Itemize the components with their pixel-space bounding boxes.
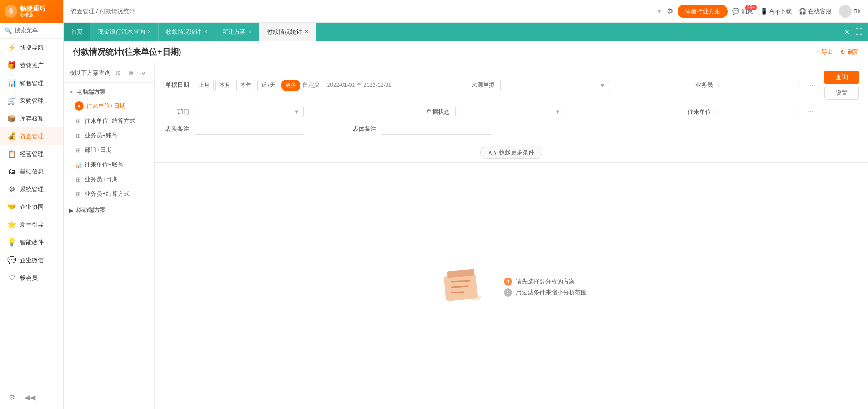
gear-icon[interactable]: ⚙ — [667, 7, 673, 15]
date-more-btn[interactable]: 更多 — [281, 80, 300, 91]
schema-staff-settle[interactable]: ⊞ 业务员+结算方式 — [64, 187, 154, 201]
date-label: 单据日期 — [164, 81, 189, 89]
collapse-left-btn[interactable]: « — [139, 68, 149, 78]
chevron-up-icon: ∧∧ — [488, 149, 497, 156]
tab-home[interactable]: 首页 — [64, 23, 90, 41]
sidebar-search[interactable]: 🔍 搜索菜单 — [0, 23, 63, 39]
page-content: 付款情况统计(往来单位+日期) ↑ 导出 ↻ 刷新 按以下方案查询 ⊕ — [64, 41, 868, 409]
logo-text: 畅捷通巧 标准版 — [20, 5, 45, 18]
settings-footer-btn[interactable]: ⚙ — [5, 390, 19, 404]
schema-dept-date[interactable]: ⊞ 部门+日期 — [64, 143, 154, 157]
collapse-button[interactable]: ∧∧ 收起更多条件 — [480, 146, 542, 159]
sidebar-item-hardware[interactable]: 💡 智能硬件 — [0, 233, 63, 251]
unit-dots[interactable]: ··· — [808, 108, 813, 116]
staff-select — [718, 83, 800, 87]
query-button[interactable]: 查询 — [824, 71, 859, 84]
step-number-2: 2 — [504, 288, 512, 297]
svg-point-5 — [470, 295, 481, 300]
sidebar-item-inventory[interactable]: 📦 库存核算 — [0, 110, 63, 127]
date-this-year-btn[interactable]: 本年 — [236, 80, 255, 91]
schema-unit-account[interactable]: 📊 往来单位+账号 — [64, 157, 154, 172]
page-title: 付款情况统计(往来单位+日期) — [73, 46, 181, 57]
sidebar-item-guide[interactable]: 🌟 新手引导 — [0, 216, 63, 233]
schema-unit-date[interactable]: ● 往来单位+日期 — [64, 98, 154, 114]
date-last-month-btn[interactable]: 上月 — [195, 80, 214, 91]
date-range-display: 2022-01-01 至 2022-12-31 — [327, 81, 391, 89]
header-actions: 💬 消息 99+ 📱 App下载 🎧 在线客服 Rit — [732, 5, 861, 18]
svg-line-2 — [452, 281, 470, 282]
tab-receipt[interactable]: 收款情况统计 × — [159, 23, 215, 41]
svg-line-3 — [452, 286, 468, 287]
dept-select[interactable]: ▼ — [195, 106, 304, 117]
note-body-input[interactable] — [382, 124, 491, 135]
online-service-btn[interactable]: 🎧 在线客服 — [799, 7, 832, 15]
tab-new-plan[interactable]: 新建方案 × — [215, 23, 259, 41]
empty-step-1: 1 请先选择要分析的方案 — [504, 278, 587, 286]
system-icon: ⚙ — [7, 185, 16, 193]
user-menu-btn[interactable]: Rit — [839, 5, 861, 18]
tab-close-payment[interactable]: × — [305, 29, 308, 35]
sidebar-item-sales[interactable]: 📊 销售管理 — [0, 74, 63, 92]
inventory-icon: 📦 — [7, 114, 16, 123]
maximize-btn[interactable]: ⛶ — [853, 26, 864, 38]
sidebar-item-system[interactable]: ⚙ 系统管理 — [0, 180, 63, 198]
sidebar-item-purchase[interactable]: 🛒 采购管理 — [0, 92, 63, 110]
sidebar-item-wechat[interactable]: 💬 企业微信 — [0, 251, 63, 269]
empty-steps: 1 请先选择要分析的方案 2 用过滤条件来缩小分析范围 — [504, 278, 587, 297]
step-number-1: 1 — [504, 278, 512, 286]
sidebar-item-shortcut[interactable]: ⚡ 快捷导航 — [0, 39, 63, 56]
sidebar-item-finance[interactable]: 💰 资金管理 — [0, 127, 63, 145]
filter-row-notes: 表头备注 表体备注 — [164, 124, 859, 135]
empty-state-svg — [436, 263, 490, 309]
chevron-down-icon[interactable]: ▼ — [657, 8, 662, 15]
grid-icon-4: ⊞ — [75, 176, 82, 183]
chart-icon-1: 📊 — [75, 161, 82, 168]
doc-status-select[interactable]: ▼ — [455, 106, 564, 117]
source-select[interactable]: ▼ — [500, 80, 609, 91]
sidebar-item-collab[interactable]: 🤝 企业协同 — [0, 198, 63, 216]
add-schema-btn[interactable]: ⊕ — [113, 68, 123, 78]
schema-settings-btn[interactable]: ⊛ — [126, 68, 136, 78]
date-this-month-btn[interactable]: 本月 — [215, 80, 234, 91]
tab-close-receipt[interactable]: × — [204, 29, 207, 35]
schema-staff-date[interactable]: ⊞ 业务员+日期 — [64, 172, 154, 187]
tab-bank[interactable]: 现金银行流水查询 × — [90, 23, 159, 41]
sidebar-item-business[interactable]: 📋 经营管理 — [0, 145, 63, 163]
shortcut-icon: ⚡ — [7, 43, 16, 52]
sidebar-item-marketing[interactable]: 🎁 营销推广 — [0, 56, 63, 74]
left-panel: 按以下方案查询 ⊕ ⊛ « ▼ 电脑端方案 ● 往来单位+日期 — [64, 63, 155, 409]
schema-staff-account[interactable]: ⊞ 业务员+账号 — [64, 128, 154, 143]
collapse-sidebar-btn[interactable]: ◀◀ — [23, 390, 37, 404]
staff-label: 业务员 — [688, 81, 713, 89]
tab-close-bank[interactable]: × — [148, 29, 151, 35]
refresh-button[interactable]: ↻ 刷新 — [840, 48, 859, 56]
export-icon: ↑ — [817, 49, 820, 56]
note-header-input[interactable] — [195, 124, 304, 135]
sidebar-nav: ⚡ 快捷导航 🎁 营销推广 📊 销售管理 🛒 采购管理 📦 库存核算 💰 资金管… — [0, 39, 63, 385]
grid-icon-5: ⊞ — [75, 190, 82, 197]
schema-unit-settle[interactable]: ⊞ 往来单位+结算方式 — [64, 114, 154, 128]
sidebar-item-basic[interactable]: 🗂 基础信息 — [0, 163, 63, 180]
arrow-down-icon: ▼ — [69, 90, 74, 95]
empty-step-2: 2 用过滤条件来缩小分析范围 — [504, 288, 587, 297]
filter-row-date: 单据日期 上月 本月 本年 近7天 更多 自定义 2022-01-01 至 20… — [164, 71, 859, 100]
left-panel-header: 按以下方案查询 ⊕ ⊛ « — [64, 63, 154, 83]
desktop-group-header[interactable]: ▼ 电脑端方案 — [64, 86, 154, 98]
close-all-tabs-btn[interactable]: ✕ — [842, 26, 852, 38]
sidebar-item-vip[interactable]: ♡ 畅会员 — [0, 269, 63, 287]
settings-button[interactable]: 设置 — [824, 86, 859, 100]
desktop-schema-group: ▼ 电脑端方案 ● 往来单位+日期 ⊞ 往来单位+结算方式 ⊞ 业务员+账号 — [64, 83, 154, 204]
staff-dots[interactable]: ··· — [809, 81, 815, 89]
note-header-label: 表头备注 — [164, 125, 189, 133]
date-custom-btn[interactable]: 自定义 — [302, 81, 320, 89]
tab-close-new-plan[interactable]: × — [249, 29, 252, 35]
main-area: 资金管理 / 付款情况统计 ▼ ⚙ 体验行业方案 💬 消息 99+ 📱 App下… — [64, 0, 868, 409]
tab-payment[interactable]: 付款情况统计 × — [259, 23, 316, 41]
app-download-btn[interactable]: 📱 App下载 — [760, 7, 792, 15]
export-button[interactable]: ↑ 导出 — [817, 48, 833, 56]
mobile-group-header[interactable]: ▶ 移动端方案 — [64, 204, 154, 217]
messages-btn[interactable]: 💬 消息 99+ — [732, 7, 753, 15]
date-last-7-days-btn[interactable]: 近7天 — [257, 80, 279, 91]
trial-button[interactable]: 体验行业方案 — [678, 5, 728, 18]
grid-icon-3: ⊞ — [75, 146, 82, 154]
